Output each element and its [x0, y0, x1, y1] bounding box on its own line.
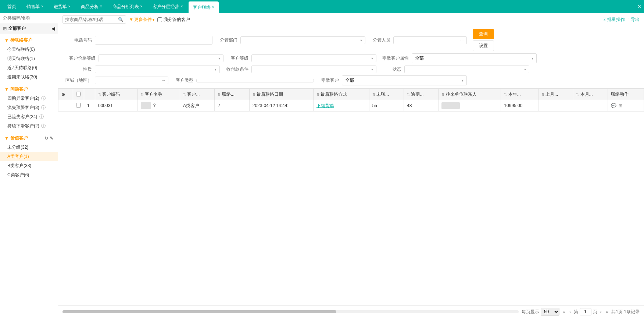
sidebar-item-class-a[interactable]: A类客户(1): [0, 152, 58, 161]
prev-page-btn[interactable]: ‹: [568, 308, 572, 315]
nav-close-purchase[interactable]: ×: [68, 0, 71, 13]
filter-row-3: 性质 ▾ 收付款条件 ▾ 状态 ▾: [62, 66, 640, 73]
problem-customers-title[interactable]: ▼问题客户: [0, 85, 58, 94]
edit-icon[interactable]: ✎: [50, 136, 53, 141]
label-payment: 收付款条件: [223, 66, 248, 73]
nav-home[interactable]: 首页: [3, 0, 21, 13]
sort-icon-lmonth: ⇅: [541, 92, 544, 96]
cust-level-select[interactable]: ▾: [251, 54, 376, 62]
chat-icon[interactable]: 💬: [611, 103, 616, 108]
chevron-manager: ···: [461, 38, 464, 42]
cust-type-select[interactable]: [196, 79, 314, 82]
nav-close-sales[interactable]: ×: [41, 0, 43, 13]
chevron-price-level: ▾: [218, 56, 220, 60]
td-last-method[interactable]: 下销货单: [313, 100, 369, 112]
batch-op-btn[interactable]: ☑ 批量操作: [602, 17, 625, 23]
nature-select[interactable]: ▾: [95, 66, 220, 73]
nav-sales[interactable]: 销售单 ×: [22, 0, 48, 13]
settings-btn[interactable]: 设置: [473, 40, 494, 51]
sidebar-item-class-c[interactable]: C类客户(6): [0, 170, 58, 180]
payment-select[interactable]: ▾: [251, 66, 376, 73]
my-customers-filter[interactable]: 我分管的客户: [157, 17, 190, 23]
select-all-checkbox[interactable]: [76, 92, 81, 96]
nav-analysis-list[interactable]: 商品分析列表 ×: [108, 0, 147, 13]
status-select[interactable]: ▾: [404, 66, 529, 73]
sort-icon-contact: ⇅: [218, 92, 221, 96]
sidebar-item-unclassified[interactable]: 未分组(32): [0, 143, 58, 152]
current-page-input[interactable]: 1: [580, 308, 591, 315]
nav-close-analysis[interactable]: ×: [100, 0, 102, 13]
label-region: 区域（地区）: [62, 77, 92, 84]
problem-customers-group: ▼问题客户 回购异常客户(2) ⓘ 流失预警客户(3) ⓘ 已流失客户(24) …: [0, 83, 58, 132]
export-btn[interactable]: ↑ 导出: [628, 17, 640, 23]
retail-select[interactable]: 全部 ▾: [342, 75, 467, 85]
th-overdue: ⇅ 逾期...: [404, 89, 439, 100]
page-size-select[interactable]: 50 10 20 100: [541, 308, 559, 316]
grid-action-icon[interactable]: ⊞: [619, 103, 622, 108]
sidebar-item-declining[interactable]: 持续下滑客户(2) ⓘ: [0, 121, 58, 131]
nav-customer-contact[interactable]: 客户联络 ×: [189, 1, 219, 13]
th-gear[interactable]: ⚙: [58, 89, 73, 100]
label-status: 状态: [379, 66, 401, 73]
retail-attr-select[interactable]: 全部 ▾: [412, 53, 537, 63]
hist-contact-block: [441, 102, 460, 109]
chevron-status: ▾: [524, 67, 526, 71]
chevron-down-icon: ▾: [153, 18, 154, 22]
close-all-icon[interactable]: ×: [638, 3, 641, 10]
nav-close-customer-segment[interactable]: ×: [180, 0, 183, 13]
region-select[interactable]: ···: [95, 77, 168, 84]
gear-icon[interactable]: ⚙: [61, 92, 65, 97]
nav-close-customer-contact[interactable]: ×: [212, 1, 214, 13]
nav-close-analysis-list[interactable]: ×: [140, 0, 143, 13]
row-checkbox[interactable]: [76, 103, 81, 107]
my-customers-checkbox[interactable]: [157, 17, 162, 22]
pending-contact-title[interactable]: ▼待联络客户: [0, 36, 58, 45]
collapse-icon[interactable]: ◀: [51, 26, 55, 31]
sidebar-item-class-b[interactable]: B类客户(33): [0, 161, 58, 170]
th-last-method: ⇅ 最后联络方式: [313, 89, 369, 100]
label-manager: 分管人员: [368, 37, 390, 43]
refresh-icon[interactable]: ↻: [44, 136, 48, 141]
chevron-retail: ▾: [462, 78, 464, 82]
sidebar-item-churned[interactable]: 已流失客户(24) ⓘ: [0, 112, 58, 121]
filter-actions: ☑ 批量操作 ↑ 导出: [602, 17, 640, 23]
td-check[interactable]: [73, 100, 84, 112]
th-check[interactable]: [73, 89, 84, 100]
sidebar-item-7days[interactable]: 近7天待联络(0): [0, 63, 58, 73]
td-last-date: 2023-04-12 14:44:: [249, 100, 313, 112]
search-icon[interactable]: 🔍: [118, 17, 124, 22]
sidebar-item-tomorrow[interactable]: 明天待联络(1): [0, 54, 58, 63]
more-filters-btn[interactable]: ▼ 更多条件 ▾: [129, 17, 154, 23]
all-customers-header[interactable]: ⊞ 全部客户 ◀: [0, 23, 58, 34]
table-row: 1 000031 ？ A类客户 7 2023-04-12 14:44: 下销货单…: [58, 100, 644, 112]
sidebar-item-today[interactable]: 今天待联络(0): [0, 45, 58, 54]
nav-customer-segment[interactable]: 客户分层经营 ×: [148, 0, 187, 13]
phone-input[interactable]: [95, 36, 212, 45]
next-page-btn[interactable]: ›: [599, 308, 603, 315]
page-label: 第: [574, 309, 578, 315]
sidebar-item-overdue[interactable]: 逾期未联络(30): [0, 73, 58, 82]
value-customers-title[interactable]: ▼ 价值客户 ↻ ✎: [0, 134, 58, 143]
manager-select[interactable]: ···: [393, 36, 467, 44]
price-level-select[interactable]: ▾: [99, 54, 223, 62]
last-method-link[interactable]: 下销货单: [316, 103, 334, 108]
nav-analysis[interactable]: 商品分析 ×: [76, 0, 107, 13]
scrollbar-track: [62, 310, 519, 313]
search-input[interactable]: [65, 17, 117, 22]
td-type: A类客户: [180, 100, 215, 112]
first-page-btn[interactable]: «: [561, 308, 566, 315]
th-code: ⇅ 客户编码: [95, 89, 138, 100]
search-box: 🔍: [62, 15, 126, 24]
scrollbar-thumb[interactable]: [62, 310, 336, 313]
sidebar-item-churn-warning[interactable]: 流失预警客户(3) ⓘ: [0, 103, 58, 112]
td-gear: [58, 100, 73, 112]
last-page-btn[interactable]: »: [605, 308, 610, 315]
dept-select[interactable]: ▾: [240, 36, 365, 44]
query-btn[interactable]: 查询: [473, 29, 494, 39]
sort-icon-method: ⇅: [316, 92, 319, 96]
th-action: 联络动作: [608, 89, 644, 100]
sidebar-search-input[interactable]: [3, 15, 58, 21]
sidebar-item-repurchase-abnormal[interactable]: 回购异常客户(2) ⓘ: [0, 94, 58, 103]
nav-purchase[interactable]: 进货单 ×: [49, 0, 75, 13]
total-pages-label: 页: [593, 309, 597, 315]
